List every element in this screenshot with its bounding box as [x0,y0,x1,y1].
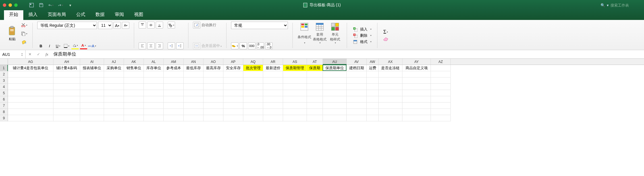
delete-cells-button[interactable]: 删除 [352,32,373,39]
maximize-window-button[interactable] [14,3,18,7]
align-center-button[interactable] [147,42,155,49]
cell-AQ9[interactable] [243,115,263,121]
close-window-button[interactable] [3,3,6,7]
cell-AW3[interactable] [367,77,379,84]
cell-AI7[interactable] [80,103,104,109]
cell-AV1[interactable]: 建档日期 [347,65,367,71]
cell-AX4[interactable] [379,84,402,90]
name-box[interactable]: AU1 ▲▼ [0,50,26,58]
cell-AO1[interactable]: 最高库存 [203,65,223,71]
home-icon[interactable] [29,3,34,8]
cell-AQ4[interactable] [243,84,263,90]
col-header-AZ[interactable]: AZ [431,59,451,65]
bold-button[interactable]: B [37,42,45,49]
cell-AU4[interactable] [323,84,347,90]
cell-AK3[interactable] [124,77,144,84]
cell-AI9[interactable] [80,115,104,121]
cell-AU6[interactable] [323,96,347,103]
cell-AZ2[interactable] [431,71,451,77]
col-header-AH[interactable]: AH [53,59,80,65]
cell-AY2[interactable] [402,71,431,77]
cell-AN9[interactable] [184,115,203,121]
cell-AW1[interactable]: 运费 [367,65,379,71]
format-cells-button[interactable]: 格式 [352,39,373,45]
redo-icon[interactable] [58,3,63,8]
row-header-7[interactable]: 7 [0,103,8,109]
cell-AY4[interactable] [402,84,431,90]
formula-input[interactable] [51,52,644,57]
cell-AI8[interactable] [80,109,104,115]
col-header-AG[interactable]: AG [8,59,53,65]
cell-AQ3[interactable] [243,77,263,84]
increase-indent-button[interactable] [176,42,184,49]
cell-AK2[interactable] [124,71,144,77]
decrease-indent-button[interactable] [168,42,175,49]
cell-AV4[interactable] [347,84,367,90]
cell-AN3[interactable] [184,77,203,84]
cell-AR5[interactable] [263,90,283,96]
cell-AW6[interactable] [367,96,379,103]
col-header-AM[interactable]: AM [164,59,184,65]
cell-AV8[interactable] [347,109,367,115]
cell-AZ6[interactable] [431,96,451,103]
cell-AX6[interactable] [379,96,402,103]
cell-AS8[interactable] [283,109,307,115]
cell-AQ5[interactable] [243,90,263,96]
cell-AK4[interactable] [124,84,144,90]
cell-AZ9[interactable] [431,115,451,121]
cell-AX2[interactable] [379,71,402,77]
cell-AM3[interactable] [164,77,184,84]
cell-AN7[interactable] [184,103,203,109]
cell-AL6[interactable] [144,96,164,103]
cell-AS6[interactable] [283,96,307,103]
cell-AM9[interactable] [164,115,184,121]
cell-AJ9[interactable] [104,115,124,121]
cell-AZ8[interactable] [431,109,451,115]
align-right-button[interactable] [156,42,163,49]
cell-AU1[interactable]: 保质期单位 [323,65,347,71]
cell-AG9[interactable] [8,115,53,121]
minimize-window-button[interactable] [9,3,12,7]
italic-button[interactable]: I [46,42,53,49]
cell-AX1[interactable]: 是否走冻链 [379,65,402,71]
font-size-combo[interactable]: 11 [98,22,112,29]
col-header-AY[interactable]: AY [402,59,431,65]
decrease-decimal-button[interactable]: .00→.0 [265,42,273,49]
cell-AO3[interactable] [203,77,223,84]
conditional-format-button[interactable]: 条件格式 [297,22,311,44]
cell-AI2[interactable] [80,71,104,77]
cell-AQ7[interactable] [243,103,263,109]
cell-AT4[interactable] [307,84,323,90]
cell-AZ7[interactable] [431,103,451,109]
cell-AM2[interactable] [164,71,184,77]
row-header-9[interactable]: 9 [0,115,8,121]
col-header-AS[interactable]: AS [283,59,307,65]
cell-AN1[interactable]: 最低库存 [184,65,203,71]
cut-button[interactable] [20,22,28,28]
col-header-AK[interactable]: AK [124,59,144,65]
row-header-2[interactable]: 2 [0,71,8,77]
cell-AH3[interactable] [53,77,80,84]
cell-AH8[interactable] [53,109,80,115]
cell-AW2[interactable] [367,71,379,77]
save-icon[interactable] [39,3,44,8]
cell-AT5[interactable] [307,90,323,96]
cell-AO6[interactable] [203,96,223,103]
cell-styles-button[interactable]: 单元 格样式 [328,22,342,44]
cell-AU7[interactable] [323,103,347,109]
cell-AT1[interactable]: 保质期 [307,65,323,71]
cell-AV2[interactable] [347,71,367,77]
copy-button[interactable] [20,30,28,37]
cell-AS2[interactable] [283,71,307,77]
cell-AI4[interactable] [80,84,104,90]
cell-AL7[interactable] [144,103,164,109]
row-header-4[interactable]: 4 [0,84,8,90]
cell-AJ2[interactable] [104,71,124,77]
cell-AT2[interactable] [307,71,323,77]
cell-AX9[interactable] [379,115,402,121]
cell-AX3[interactable] [379,77,402,84]
col-header-AN[interactable]: AN [184,59,203,65]
cell-AU3[interactable] [323,77,347,84]
insert-cells-button[interactable]: 插入 [352,26,373,32]
cell-AL4[interactable] [144,84,164,90]
